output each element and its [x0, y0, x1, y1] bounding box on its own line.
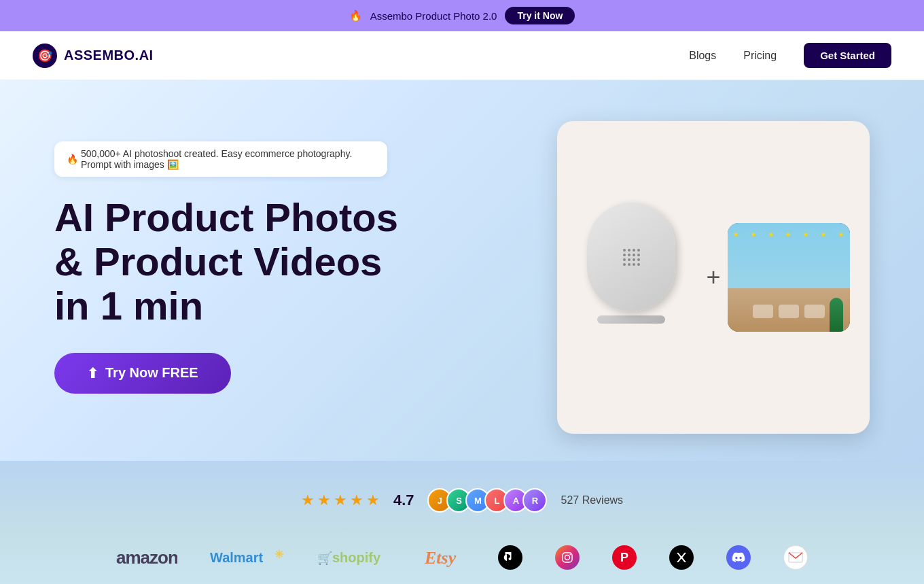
svg-text:✳: ✳ [274, 549, 284, 560]
navbar: 🎯 ASSEMBO.AI Blogs Pricing Get Started [0, 31, 924, 80]
speaker-base [597, 315, 665, 324]
svg-text:Etsy: Etsy [425, 548, 457, 568]
nav-pricing[interactable]: Pricing [743, 50, 777, 62]
background-scene-card [728, 223, 850, 332]
scene-lights [728, 233, 850, 236]
nav-blogs[interactable]: Blogs [689, 50, 716, 62]
logo-area: 🎯 ASSEMBO.AI [33, 44, 154, 68]
top-banner: 🔥 Assembo Product Photo 2.0 Try it Now [0, 0, 924, 31]
speaker-product [577, 203, 686, 352]
reviews-count: 527 Reviews [561, 494, 623, 506]
star-2: ★ [317, 492, 331, 509]
banner-fire-emoji: 🔥 [349, 10, 362, 22]
brand-walmart: Walmart ✳ [210, 547, 285, 568]
brand-gmail [783, 545, 808, 570]
speaker-body [587, 203, 675, 311]
hero-title-line2: & Product Videos [54, 239, 382, 284]
hero-image-content: + [557, 121, 870, 434]
svg-text:Walmart: Walmart [210, 550, 264, 565]
reviews-row: ★ ★ ★ ★ ★ 4.7 J S M L A R 527 Reviews [301, 488, 623, 513]
try-now-free-button[interactable]: ⬆ Try Now FREE [54, 353, 231, 394]
hero-product-image: + [557, 121, 870, 434]
hero-title-line1: AI Product Photos [54, 195, 398, 239]
brand-instagram [555, 545, 580, 570]
rating-number: 4.7 [393, 492, 414, 509]
star-4: ★ [350, 492, 363, 509]
logo-text: ASSEMBO.AI [64, 48, 154, 63]
brands-row: amazon Walmart ✳ shopify 🛒 Etsy [116, 545, 808, 570]
hero-title: AI Product Photos & Product Videos in 1 … [54, 196, 448, 328]
brand-discord [726, 545, 751, 570]
brand-twitter-x [669, 545, 694, 570]
banner-text: Assembo Product Photo 2.0 [370, 10, 497, 22]
try-now-label: Try Now FREE [105, 365, 198, 381]
brand-shopify: shopify 🛒 [317, 547, 392, 568]
badge-fire: 🔥 [67, 154, 81, 165]
speaker-grille [623, 249, 640, 266]
try-now-icon: ⬆ [87, 365, 99, 381]
star-3: ★ [334, 492, 347, 509]
svg-text:amazon: amazon [116, 547, 177, 568]
brand-tiktok [498, 545, 522, 570]
hero-section: 🔥 500,000+ AI photoshoot created. Easy e… [0, 80, 924, 461]
get-started-button[interactable]: Get Started [804, 43, 891, 68]
hero-left: 🔥 500,000+ AI photoshoot created. Easy e… [54, 121, 448, 394]
nav-links: Blogs Pricing Get Started [689, 43, 891, 68]
stars-row: ★ ★ ★ ★ ★ [301, 492, 380, 509]
svg-point-7 [565, 555, 570, 560]
hero-title-line3: in 1 min [54, 284, 203, 328]
hero-badge: 🔥 500,000+ AI photoshoot created. Easy e… [54, 141, 387, 177]
scene-plant [830, 298, 843, 332]
brand-amazon: amazon [116, 547, 177, 568]
svg-point-8 [570, 554, 571, 555]
banner-try-button[interactable]: Try it Now [505, 7, 575, 24]
svg-text:shopify: shopify [332, 550, 381, 565]
badge-text: 500,000+ AI photoshoot created. Easy eco… [81, 148, 375, 170]
avatar-group: J S M L A R [427, 488, 547, 513]
svg-text:🛒: 🛒 [317, 551, 333, 566]
star-5: ★ [366, 492, 380, 509]
social-proof-section: ★ ★ ★ ★ ★ 4.7 J S M L A R 527 Reviews am… [0, 461, 924, 584]
brand-pinterest: P [612, 545, 637, 570]
scene-tables [734, 305, 843, 318]
star-1: ★ [301, 492, 315, 509]
brand-etsy: Etsy [425, 547, 465, 568]
logo-icon: 🎯 [33, 44, 57, 68]
plus-sign: + [706, 263, 720, 292]
avatar-6: R [522, 488, 547, 513]
